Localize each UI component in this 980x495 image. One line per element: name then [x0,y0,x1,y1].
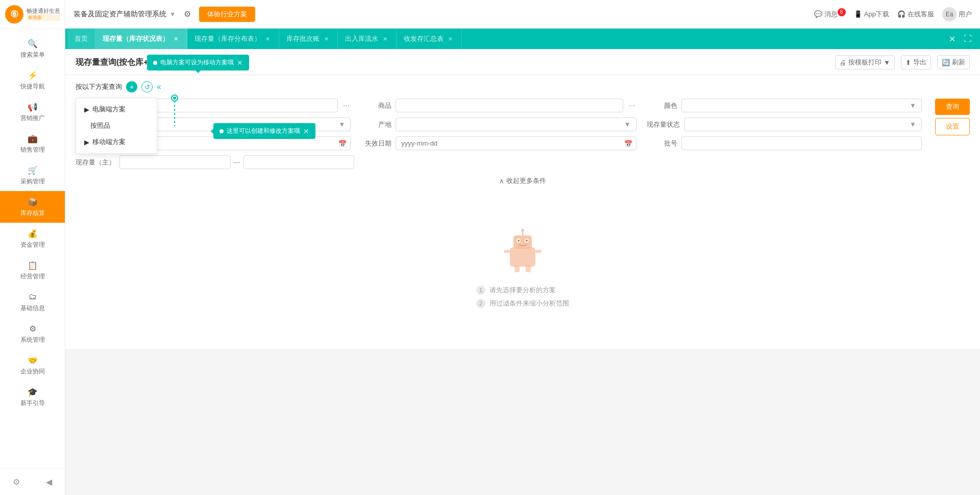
purchase-icon: 🛒 [27,164,38,176]
warehouse-ellipsis[interactable]: ··· [342,100,351,111]
origin-select[interactable]: ▼ [396,117,636,131]
tooltip-close-1[interactable]: ✕ [237,59,243,67]
expire-date-input[interactable] [396,136,636,150]
svg-point-4 [518,240,520,242]
industry-btn[interactable]: 体验行业方案 [199,7,255,22]
sidebar-item-enterprise[interactable]: 🤝 企业协同 [0,349,65,381]
batch-input[interactable] [681,136,922,150]
export-btn[interactable]: ⬆ 导出 [901,55,931,69]
export-icon: ⬆ [905,59,911,66]
filter-row-batch: 批号 [647,136,922,150]
operations-icon: 📋 [27,260,38,271]
sidebar-item-sales[interactable]: 💼 销售管理 [0,128,65,159]
tab-inventory-status[interactable]: 现存量（库存状况表） ✕ [95,29,187,49]
scheme-sub-item-goods[interactable]: 按照品 [76,117,157,134]
system-name: 装备及固定资产辅助管理系统 ▼ [74,10,176,19]
set-btn[interactable]: 设置 [935,118,970,135]
origin-label: 产地 [361,120,391,129]
marketing-icon: 📢 [27,101,38,112]
collapse-sidebar-icon[interactable]: ◀ [43,474,55,490]
service-icon: 🎧 [897,10,905,18]
app-download-action[interactable]: 📱 App下载 [854,10,889,19]
tab-close-flow[interactable]: ✕ [381,35,389,43]
sidebar-item-operations[interactable]: 📋 经营管理 [0,254,65,286]
messages-action[interactable]: 💬 消息 6 [814,10,846,19]
tab-batch-account[interactable]: 库存批次账 ✕ [279,29,338,49]
filter-grid-wrap: 按照仓库 ··· 商品 ··· 颜色 [76,99,922,172]
tab-close-inventory-status[interactable]: ✕ [172,35,180,43]
prod-date-cal-icon[interactable]: 📅 [338,139,347,147]
query-btn[interactable]: 查询 [935,99,970,115]
tab-close-receive-summary[interactable]: ✕ [447,35,454,43]
sidebar-item-guide[interactable]: 🎓 新手引导 [0,381,65,413]
range-dash: — [234,158,240,166]
tooltip-close-2[interactable]: ✕ [303,127,309,135]
print-btn[interactable]: 🖨 按模板打印 ▼ [835,55,895,69]
refresh-btn[interactable]: 🔄 刷新 [937,55,970,69]
stock-main-min[interactable] [119,155,231,169]
tooltip-dot-1 [153,61,157,65]
sidebar-item-system[interactable]: ⚙ 系统管理 [0,318,65,349]
size-dropdown-icon: ▼ [338,121,345,128]
search-icon: 🔍 [27,38,38,49]
tab-receive-summary[interactable]: 收发存汇总表 ✕ [397,29,462,49]
tab-home[interactable]: 首页 [67,29,95,49]
download-icon: 📱 [854,10,862,18]
sidebar-item-quicknav[interactable]: ⚡ 快捷导航 [0,64,65,96]
filter-row-goods: 商品 ··· [361,99,636,112]
filter-row-origin: 产地 ▼ [361,117,636,131]
sidebar-item-basic[interactable]: 🗂 基础信息 [0,286,65,318]
system-dropdown-icon[interactable]: ▼ [169,11,176,18]
stock-main-max[interactable] [243,155,355,169]
tab-bar-right: ✕ ⛶ [947,32,978,46]
empty-state: 1 请先选择要分析的方案 2 用过滤条件来缩小分析范围 [65,194,980,349]
sidebar-footer: ⚙ ◀ [0,468,65,495]
tab-inventory-dist[interactable]: 现存量（库存分布表） ✕ [187,29,279,49]
filter-row-expire-date: 失效日期 📅 [361,136,636,150]
tab-fullscreen-icon[interactable]: ⛶ [962,32,974,45]
scheme-item-pc[interactable]: ▶ 电脑端方案 [76,101,157,117]
stock-status-select[interactable]: ▼ [684,117,922,131]
goods-label: 商品 [361,101,391,110]
filter-back-btn[interactable]: « [157,82,161,91]
stock-status-label: 现存量状态 [647,120,680,129]
user-action[interactable]: Ea 用户 [942,7,972,21]
sidebar-item-purchase[interactable]: 🛒 采购管理 [0,159,65,191]
collapse-up-icon: ∧ [499,177,504,185]
svg-rect-10 [514,265,520,272]
tab-close-all-icon[interactable]: ✕ [947,32,958,46]
sidebar-item-finance[interactable]: 💰 资金管理 [0,223,65,254]
svg-rect-11 [526,265,531,272]
tab-close-batch-account[interactable]: ✕ [323,35,330,43]
stock-main-range: — [119,155,354,169]
tab-flow[interactable]: 出入库流水 ✕ [338,29,397,49]
tooltip-scheme-create: 这里可以创建和修改方案哦 ✕ [213,123,315,139]
sidebar: ⑥ 畅捷通好生意 标准版 🔍 搜索菜单 ⚡ 快捷导航 📢 营销推广 💼 销售管理… [0,0,65,495]
online-service-action[interactable]: 🎧 在线客服 [897,10,934,19]
expire-date-cal-icon[interactable]: 📅 [624,139,632,147]
scheme-list: ▶ 电脑端方案 按照品 ▶ 移动端方案 [76,98,157,154]
avatar: Ea [942,7,957,21]
settings-footer-icon[interactable]: ⚙ [10,474,23,490]
print-dropdown-icon: ▼ [884,59,890,66]
goods-ellipsis[interactable]: ··· [627,100,636,111]
filter-refresh-btn[interactable]: ↺ [141,81,153,92]
scheme-item-mobile[interactable]: ▶ 移动端方案 [76,134,157,150]
filter-add-btn[interactable]: + [126,81,137,92]
settings-icon[interactable]: ⚙ [182,7,193,21]
svg-rect-9 [535,250,542,253]
filter-header: 按以下方案查询 + ↺ « 电脑方案可设为移动方案哦 ✕ 这里可以创建和修改方案… [76,81,970,92]
svg-rect-1 [513,235,532,249]
filter-row-color: 颜色 ▼ [647,99,922,112]
tab-bar: 首页 现存量（库存状况表） ✕ 现存量（库存分布表） ✕ 库存批次账 ✕ 出入库… [65,29,980,49]
collapse-row[interactable]: ∧ 收起更多条件 [76,172,970,187]
inventory-icon: 📦 [27,196,38,207]
goods-input[interactable] [396,99,623,112]
color-select[interactable]: ▼ [681,99,922,112]
sidebar-item-inventory[interactable]: 📦 库存核算 [0,191,65,223]
sidebar-item-search[interactable]: 🔍 搜索菜单 [0,33,65,64]
system-icon: ⚙ [27,323,38,334]
sidebar-item-marketing[interactable]: 📢 营销推广 [0,96,65,128]
quicknav-icon: ⚡ [27,69,38,81]
tab-close-inventory-dist[interactable]: ✕ [264,35,272,43]
